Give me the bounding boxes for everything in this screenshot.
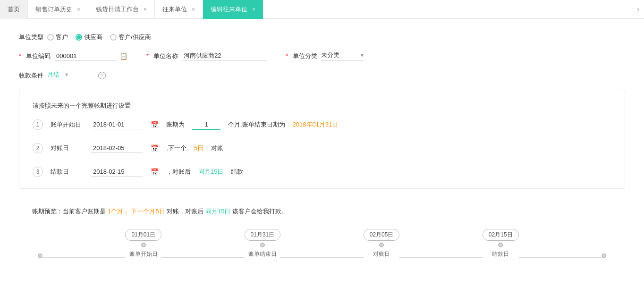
radio-customer[interactable]: 客户 bbox=[47, 33, 68, 42]
tl-label-1: 账单开始日 bbox=[129, 250, 158, 258]
step-2-desc-suffix: 对账 bbox=[211, 144, 223, 152]
unit-type-label: 单位类型 bbox=[19, 33, 43, 42]
unit-category-dropdown[interactable]: 未分类 ▾ bbox=[321, 51, 364, 61]
tl-badge-2: 01月31日 bbox=[245, 229, 281, 241]
unit-info-row: * 单位编码 📋 * 单位名称 * 单位分类 未分类 ▾ bbox=[19, 51, 625, 61]
tl-badge-1: 01月01日 bbox=[125, 229, 161, 241]
step-1-desc-unit: 个月,账单结束日期为 bbox=[228, 120, 285, 129]
radio-supplier-circle bbox=[76, 34, 82, 41]
radio-customer-circle bbox=[47, 34, 54, 41]
step-3-desc-suffix: 结款 bbox=[231, 168, 243, 176]
unit-code-required: * bbox=[19, 52, 21, 59]
tl-label-2: 账单结束日 bbox=[248, 250, 277, 258]
preview-part3: 对账，对账后 bbox=[167, 208, 203, 215]
tab-home-label: 首页 bbox=[8, 5, 20, 14]
payment-terms-row: 收款条件 月结 ▾ ? bbox=[19, 70, 625, 80]
tl-node-2: 01月31日 账单结束日 bbox=[245, 229, 281, 258]
step-3-row: 3 结款日 📅 ，对账后 同月15日 结款 bbox=[33, 167, 611, 177]
radio-supplier-label: 供应商 bbox=[84, 33, 102, 42]
radio-both-circle bbox=[110, 34, 117, 41]
unit-category-field: * 单位分类 未分类 ▾ bbox=[286, 51, 364, 61]
preview-part5: 该客户会给我打款。 bbox=[232, 208, 288, 215]
period-input[interactable] bbox=[192, 120, 220, 130]
tl-line-3 bbox=[280, 257, 363, 258]
step-2-date-input[interactable] bbox=[91, 144, 143, 153]
radio-customer-label: 客户 bbox=[56, 33, 68, 42]
tab-cash-work[interactable]: 钱货日清工作台 × bbox=[88, 0, 155, 19]
tl-label-4: 结款日 bbox=[492, 250, 509, 258]
radio-supplier[interactable]: 供应商 bbox=[76, 33, 102, 42]
unit-name-input[interactable] bbox=[182, 51, 267, 61]
step-3-highlight: 同月15日 bbox=[198, 168, 223, 176]
preview-text: 账期预览：当前客户账期是 1个月， 下一个月5日 对账，对账后 同月15日 该客… bbox=[32, 208, 288, 215]
preview-label: 账期预览：当前客户账期是 bbox=[32, 208, 106, 215]
step-3-label: 结款日 bbox=[51, 168, 84, 176]
unit-type-radio-group: 客户 供应商 客户/供应商 bbox=[47, 33, 151, 42]
help-icon[interactable]: ? bbox=[98, 72, 106, 79]
tab-edit-partner[interactable]: 编辑往来单位 × bbox=[203, 0, 263, 19]
payment-terms-label: 收款条件 bbox=[19, 71, 43, 80]
unit-name-field: * 单位名称 bbox=[146, 51, 267, 61]
unit-code-icon[interactable]: 📋 bbox=[119, 52, 127, 60]
step-3-desc-prefix: ，对账后 bbox=[166, 168, 191, 176]
tl-line-1 bbox=[42, 257, 125, 258]
step-1-date-input[interactable] bbox=[91, 120, 143, 129]
tab-partners-label: 往来单位 bbox=[162, 5, 187, 14]
tl-node-1: 01月01日 账单开始日 bbox=[125, 229, 161, 258]
step-3-num: 3 bbox=[33, 167, 43, 177]
tl-line-5 bbox=[519, 257, 602, 258]
tab-partners-close[interactable]: × bbox=[192, 6, 195, 13]
step-2-calendar-icon[interactable]: 📅 bbox=[151, 144, 159, 152]
step-3-date-input[interactable] bbox=[91, 167, 143, 177]
unit-category-value: 未分类 bbox=[321, 51, 359, 59]
tab-edit-partner-close[interactable]: × bbox=[252, 6, 255, 13]
unit-category-required: * bbox=[286, 52, 288, 59]
tl-dot-2 bbox=[260, 243, 265, 247]
preview-part2: 下一个月5日 bbox=[131, 208, 165, 215]
preview-part1: 1个月， bbox=[108, 208, 129, 215]
radio-both-label: 客户/供应商 bbox=[119, 33, 151, 42]
timeline-container: 01月01日 账单开始日 01月31日 账单结束日 02月05日 对账日 02月… bbox=[19, 224, 625, 268]
payment-terms-value: 月结 bbox=[47, 70, 59, 79]
unit-category-arrow: ▾ bbox=[361, 52, 364, 59]
step-1-calendar-icon[interactable]: 📅 bbox=[151, 121, 159, 128]
tab-partners[interactable]: 往来单位 × bbox=[155, 0, 203, 19]
unit-type-row: 单位类型 客户 供应商 客户/供应商 bbox=[19, 33, 625, 42]
tab-home[interactable]: 首页 bbox=[0, 0, 28, 19]
tl-end-dot bbox=[602, 253, 606, 258]
step-1-row: 1 账单开始日 📅 账期为 个月,账单结束日期为 2018年01月31日 bbox=[33, 119, 611, 130]
step-2-num: 2 bbox=[33, 143, 43, 153]
tl-node-4: 02月15日 结款日 bbox=[483, 229, 519, 258]
unit-code-field: * 单位编码 📋 bbox=[19, 51, 127, 61]
tl-dot-4 bbox=[498, 243, 503, 247]
step-2-desc-prefix: ,下一个 bbox=[166, 144, 186, 152]
preview-part4: 同月15日 bbox=[205, 208, 230, 215]
tab-sales-order[interactable]: 销售订单历史 × bbox=[28, 0, 88, 19]
tl-dot-3 bbox=[379, 243, 384, 247]
preview-section: 账期预览：当前客户账期是 1个月， 下一个月5日 对账，对账后 同月15日 该客… bbox=[19, 198, 625, 224]
tl-line-2 bbox=[161, 257, 244, 258]
tab-nav-arrow[interactable]: › bbox=[632, 5, 644, 14]
main-content: 单位类型 客户 供应商 客户/供应商 * 单位编码 bbox=[0, 19, 644, 287]
tab-edit-partner-label: 编辑往来单位 bbox=[211, 5, 247, 14]
tab-cash-work-close[interactable]: × bbox=[144, 6, 147, 13]
unit-code-label: 单位编码 bbox=[26, 52, 51, 60]
payment-terms-field: 收款条件 月结 ▾ ? bbox=[19, 70, 106, 80]
tab-sales-order-close[interactable]: × bbox=[77, 6, 80, 13]
unit-category-label: 单位分类 bbox=[293, 52, 317, 60]
tl-label-3: 对账日 bbox=[373, 250, 390, 258]
unit-name-label: 单位名称 bbox=[153, 52, 178, 60]
tl-badge-4: 02月15日 bbox=[483, 229, 519, 241]
unit-code-input[interactable] bbox=[54, 51, 116, 61]
payment-terms-dropdown[interactable]: 月结 ▾ bbox=[47, 70, 94, 80]
step-3-calendar-icon[interactable]: 📅 bbox=[151, 168, 159, 176]
unit-name-required: * bbox=[146, 52, 149, 59]
tab-bar: 首页 销售订单历史 × 钱货日清工作台 × 往来单位 × 编辑往来单位 × › bbox=[0, 0, 644, 19]
tab-cash-work-label: 钱货日清工作台 bbox=[96, 5, 139, 14]
radio-both[interactable]: 客户/供应商 bbox=[110, 33, 151, 42]
step-2-row: 2 对账日 📅 ,下一个 5日 对账 bbox=[33, 143, 611, 153]
step-1-desc-prefix: 账期为 bbox=[166, 120, 185, 129]
step-2-highlight: 5日 bbox=[194, 144, 203, 152]
tl-line-4 bbox=[399, 257, 482, 258]
settings-section: 请按照未来的一个完整帐期进行设置 1 账单开始日 📅 账期为 个月,账单结束日期… bbox=[19, 90, 625, 189]
